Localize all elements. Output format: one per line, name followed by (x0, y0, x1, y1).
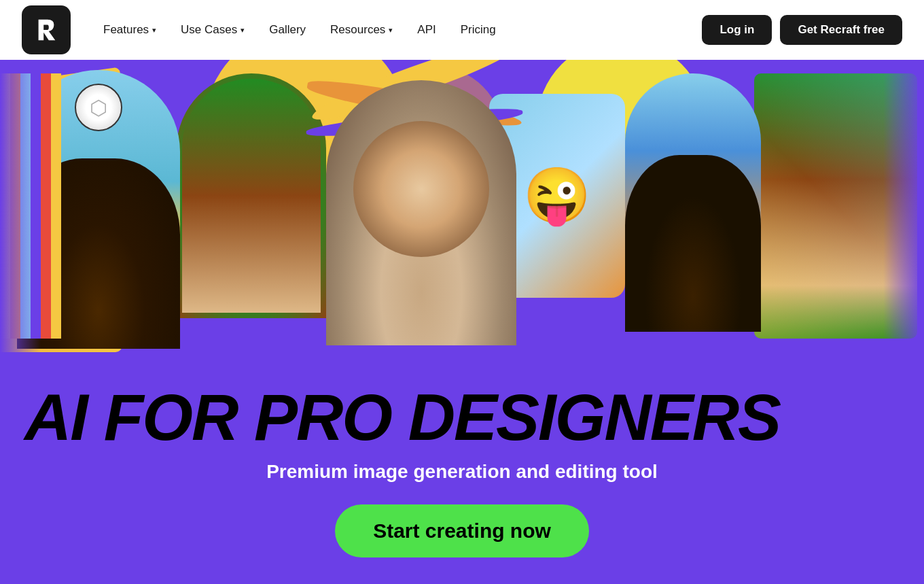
nav-label-pricing: Pricing (461, 23, 496, 37)
right-edge-gradient (883, 60, 924, 352)
portrait-center (326, 80, 516, 345)
nav-label-features: Features (103, 23, 149, 37)
interior-scene-left (177, 73, 326, 318)
soccer-ball (75, 84, 122, 131)
portrait-right (625, 73, 761, 332)
nav-label-api: API (417, 23, 436, 37)
chevron-down-icon: ▾ (389, 26, 393, 35)
portrait-center-image (326, 80, 516, 345)
logo-icon (33, 17, 59, 43)
hero-subtitle: Premium image generation and editing too… (16, 461, 908, 483)
nav-item-use-cases[interactable]: Use Cases ▾ (170, 18, 255, 42)
get-recraft-free-button[interactable]: Get Recraft free (780, 15, 902, 45)
hero-title: AI FOR PRO DESIGNERS (16, 385, 908, 450)
nav-item-pricing[interactable]: Pricing (450, 18, 507, 42)
nav-label-gallery: Gallery (269, 23, 306, 37)
left-edge-gradient (0, 60, 41, 352)
hero-collage (0, 60, 924, 352)
logo[interactable] (22, 5, 71, 54)
nav-item-api[interactable]: API (406, 18, 446, 42)
hero-cta: Start creating now (16, 504, 908, 557)
nav-label-use-cases: Use Cases (181, 23, 237, 37)
chevron-down-icon: ▾ (241, 26, 245, 35)
strip-red (41, 73, 51, 339)
strip-yellow2 (51, 73, 61, 339)
nav-actions: Log in Get Recraft free (702, 15, 902, 45)
navbar: Features ▾ Use Cases ▾ Gallery Resources… (0, 0, 924, 60)
chevron-down-icon: ▾ (152, 26, 156, 35)
hero-section: AI FOR PRO DESIGNERS Premium image gener… (0, 60, 924, 584)
hero-text-block: AI FOR PRO DESIGNERS Premium image gener… (0, 352, 924, 557)
login-button[interactable]: Log in (702, 15, 772, 45)
nav-item-resources[interactable]: Resources ▾ (319, 18, 404, 42)
nav-links: Features ▾ Use Cases ▾ Gallery Resources… (92, 18, 702, 42)
nav-label-resources: Resources (330, 23, 385, 37)
nav-item-features[interactable]: Features ▾ (92, 18, 167, 42)
start-creating-button[interactable]: Start creating now (335, 504, 589, 557)
nav-item-gallery[interactable]: Gallery (258, 18, 317, 42)
